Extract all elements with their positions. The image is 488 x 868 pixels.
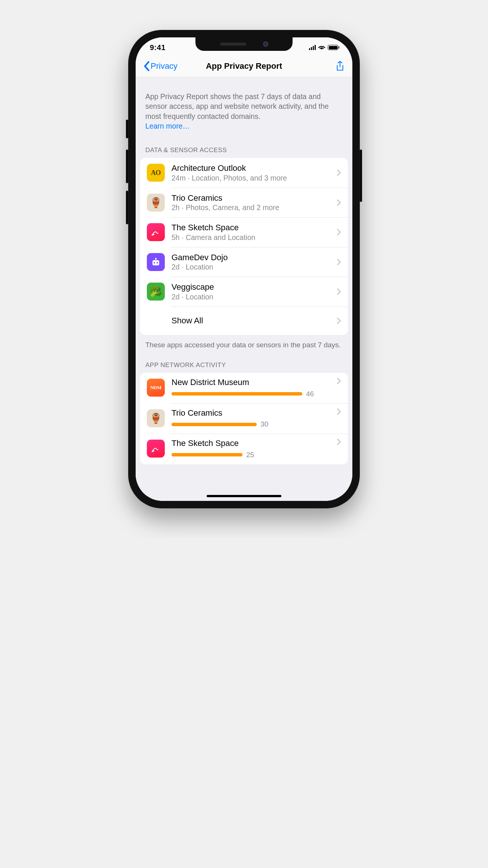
app-name: The Sketch Space [172, 222, 330, 233]
back-button[interactable]: Privacy [143, 61, 177, 71]
notch [195, 37, 293, 51]
spacer [147, 312, 165, 330]
app-icon [147, 223, 165, 241]
intro-block: App Privacy Report shows the past 7 days… [136, 77, 352, 135]
app-name: Trio Ceramics [172, 193, 330, 203]
cellular-icon [309, 45, 316, 50]
svg-rect-3 [155, 258, 157, 260]
app-name: Trio Ceramics [172, 408, 330, 418]
switch-button [126, 120, 128, 138]
app-icon [147, 253, 165, 271]
home-indicator[interactable] [207, 495, 281, 497]
battery-icon [328, 45, 338, 50]
show-all-row[interactable]: Show All [140, 307, 348, 335]
app-icon: AO [147, 164, 165, 182]
app-name: GameDev Dojo [172, 252, 330, 263]
section-header-data-sensor: DATA & SENSOR ACCESS [136, 135, 352, 158]
chevron-right-icon [337, 228, 341, 236]
app-icon: 🏺 [147, 194, 165, 212]
network-activity-list: NDM New District Museum 46 🏺 Trio Cerami… [140, 373, 348, 464]
show-all-label: Show All [172, 316, 330, 326]
activity-count: 30 [260, 420, 268, 428]
power-button [360, 150, 362, 202]
section-footer-data-sensor: These apps accessed your data or sensors… [136, 335, 352, 350]
share-button[interactable] [335, 61, 345, 72]
chevron-right-icon [337, 199, 341, 206]
nav-bar: Privacy App Privacy Report [136, 58, 352, 77]
section-header-network: APP NETWORK ACTIVITY [136, 350, 352, 373]
chevron-right-icon [337, 408, 341, 415]
chevron-right-icon [337, 377, 341, 385]
chevron-left-icon [143, 61, 150, 71]
app-name: New District Museum [172, 377, 330, 388]
data-sensor-row[interactable]: 🏺 Trio Ceramics 2h · Photos, Camera, and… [140, 188, 348, 218]
front-camera [263, 41, 268, 47]
app-name: Veggiscape [172, 282, 330, 292]
svg-rect-0 [152, 260, 159, 265]
activity-bar [172, 453, 243, 456]
chevron-right-icon [337, 317, 341, 324]
content-scroll[interactable]: App Privacy Report shows the past 7 days… [136, 77, 352, 501]
app-icon: NDM [147, 379, 165, 397]
app-name: The Sketch Space [172, 438, 330, 449]
intro-text: App Privacy Report shows the past 7 days… [145, 92, 329, 120]
chevron-right-icon [337, 169, 341, 176]
screen: 9:41 Privacy App Privacy Report [136, 37, 352, 501]
chevron-right-icon [337, 288, 341, 295]
app-icon [147, 440, 165, 458]
data-sensor-row[interactable]: AO Architecture Outlook 24m · Location, … [140, 158, 348, 188]
network-row[interactable]: 🏺 Trio Ceramics 30 [140, 403, 348, 434]
network-row[interactable]: NDM New District Museum 46 [140, 373, 348, 403]
app-icon: 🏺 [147, 409, 165, 427]
svg-point-1 [154, 262, 155, 264]
activity-count: 46 [306, 390, 314, 398]
app-detail: 24m · Location, Photos, and 3 more [172, 174, 330, 182]
share-icon [335, 61, 345, 72]
data-sensor-row[interactable]: The Sketch Space 5h · Camera and Locatio… [140, 217, 348, 247]
svg-point-2 [157, 262, 158, 264]
activity-count: 25 [246, 451, 254, 459]
page-title: App Privacy Report [206, 61, 282, 71]
volume-up-button [126, 150, 128, 183]
activity-bar [172, 392, 302, 395]
volume-down-button [126, 191, 128, 224]
app-detail: 2d · Location [172, 263, 330, 271]
wifi-icon [318, 45, 325, 50]
learn-more-link[interactable]: Learn more… [145, 122, 190, 130]
app-detail: 2h · Photos, Camera, and 2 more [172, 203, 330, 212]
network-row[interactable]: The Sketch Space 25 [140, 434, 348, 464]
data-sensor-row[interactable]: GameDev Dojo 2d · Location [140, 247, 348, 277]
app-detail: 2d · Location [172, 293, 330, 301]
back-label: Privacy [151, 61, 177, 71]
chevron-right-icon [337, 258, 341, 266]
app-icon: 🥦 [147, 283, 165, 301]
speaker-grille [220, 43, 246, 46]
chevron-right-icon [337, 438, 341, 446]
phone-frame: 9:41 Privacy App Privacy Report [128, 30, 360, 508]
data-sensor-list: AO Architecture Outlook 24m · Location, … [140, 158, 348, 335]
data-sensor-row[interactable]: 🥦 Veggiscape 2d · Location [140, 277, 348, 307]
app-detail: 5h · Camera and Location [172, 233, 330, 242]
status-time: 9:41 [150, 43, 166, 52]
app-name: Architecture Outlook [172, 163, 330, 173]
activity-bar [172, 423, 257, 426]
